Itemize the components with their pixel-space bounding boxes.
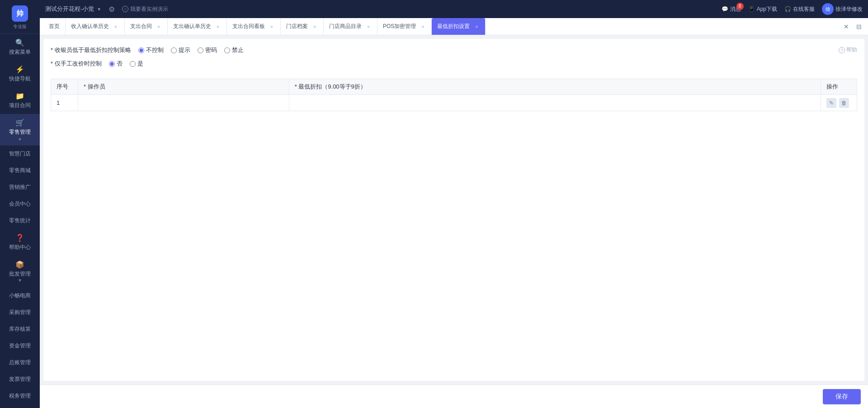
sidebar-item-label: 智慧门店 [9,150,31,158]
sidebar-item-finance[interactable]: 资金管理 [0,338,40,354]
strategy-remind-radio[interactable] [171,47,177,53]
headset-icon: 🎧 [784,6,791,12]
app-logo-icon: 帅 [12,5,28,22]
sidebar-item-wholesale[interactable]: 📦 批发管理 ▼ [0,256,40,287]
strategy-forbid-radio[interactable] [224,47,230,53]
demo-link[interactable]: ○ 我要看实例演示 [122,5,168,13]
tab-menu-button[interactable]: ⊟ [854,21,864,32]
strategy-remind-label: 提示 [179,46,190,54]
col-action-header: 操作 [821,79,857,95]
user-menu[interactable]: 徐 徐泽华修改 [822,3,863,15]
sidebar-item-retail[interactable]: 🛒 零售管理 ▲ [0,114,40,145]
save-button[interactable]: 保存 [823,389,861,404]
manual-no[interactable]: 否 [109,60,123,68]
sidebar-item-label: 会员中心 [9,200,31,208]
manual-control-row: * 仅手工改价时控制 否 是 [51,60,244,68]
sidebar-item-label: 零售商城 [9,167,31,174]
manual-yes-radio[interactable] [130,61,136,67]
demo-label: 我要看实例演示 [130,5,168,13]
tabbar: 首页 收入确认单历史 × 支出合同 × 支出确认单历史 × 支出合同看板 × 门… [40,18,868,35]
tab-close-icon[interactable]: × [420,23,426,30]
tab-close-icon[interactable]: × [311,23,318,30]
tab-label: 收入确认单历史 [71,23,109,30]
box-icon: 📦 [15,260,24,269]
strategy-forbid[interactable]: 禁止 [224,46,244,54]
manual-yes[interactable]: 是 [130,60,143,68]
strategy-no-control[interactable]: 不控制 [138,46,164,54]
tab-label: 门店商品目录 [329,23,362,30]
app-download-button[interactable]: 📱 App下载 [748,5,777,13]
project-name: 测试分开花程-小觉 [45,5,94,13]
sidebar-item-label: 营销推广 [9,183,31,191]
sidebar-item-shortcut[interactable]: ⚡ 快捷导航 [0,61,40,87]
project-selector[interactable]: 测试分开花程-小觉 ▼ [45,5,101,13]
tab-label: 最低折扣设置 [437,23,470,30]
chevron-down-icon: ▼ [18,278,22,283]
strategy-forbid-label: 禁止 [232,46,244,54]
manual-no-label: 否 [117,60,123,68]
sidebar-item-help[interactable]: ❓ 帮助中心 [0,229,40,256]
tab-label: 支出合同看板 [232,23,265,30]
help-label: 帮助 [846,46,857,54]
tab-payment-contract[interactable]: 支出合同 × [125,18,168,35]
online-service-button[interactable]: 🎧 在线客服 [784,5,815,13]
sidebar-item-ledger[interactable]: 总账管理 [0,354,40,371]
manual-yes-label: 是 [137,60,143,68]
sidebar-item-fixed-asset[interactable]: 固定资产 [0,404,40,408]
tab-payment-board[interactable]: 支出合同看板 × [227,18,281,35]
sidebar-item-search[interactable]: 🔍 搜索菜单 [0,34,40,61]
tab-close-icon[interactable]: × [215,23,221,30]
tab-pos-password[interactable]: POS加密管理 × [377,18,432,35]
sidebar-item-label: 项目合同 [9,102,31,109]
discount-table: 序号 * 操作员 * 最低折扣（9.00等于9折） 操作 [51,79,857,111]
sidebar-item-tax[interactable]: 税务管理 [0,388,40,404]
content-inner: * 收银员低于最低折扣控制策略 不控制 提示 [43,39,864,381]
tab-income-history[interactable]: 收入确认单历史 × [66,18,125,35]
sidebar-item-retail-mall[interactable]: 零售商城 [0,162,40,179]
cell-min-discount [289,95,821,111]
content-area: * 收银员低于最低折扣控制策略 不控制 提示 [40,35,868,385]
tab-close-icon[interactable]: × [473,23,480,30]
tab-close-all-button[interactable]: ✕ [841,21,852,32]
manual-no-radio[interactable] [109,61,115,67]
bottom-bar: 保存 [40,385,868,408]
cart-icon: 🛒 [15,118,24,127]
strategy-label: * 收银员低于最低折扣控制策略 [51,46,131,54]
sidebar-logo: 帅 专业版 [0,0,40,34]
sidebar-item-invoice[interactable]: 发票管理 [0,371,40,388]
tab-store-goods[interactable]: 门店商品目录 × [324,18,377,35]
tab-close-icon[interactable]: × [269,23,275,30]
strategy-no-control-radio[interactable] [138,47,144,53]
tab-store-file[interactable]: 门店档案 × [281,18,324,35]
topbar: 测试分开花程-小觉 ▼ ⚙ ○ 我要看实例演示 💬 消息 8 📱 App下载 🎧… [40,0,868,18]
sidebar-item-project[interactable]: 📁 项目合同 [0,87,40,114]
strategy-password[interactable]: 密码 [198,46,217,54]
strategy-password-radio[interactable] [198,47,203,53]
project-settings-icon[interactable]: ⚙ [108,5,115,14]
lightning-icon: ⚡ [15,65,24,74]
tab-payment-history[interactable]: 支出确认单历史 × [168,18,227,35]
tab-close-icon[interactable]: × [156,23,162,30]
sidebar-item-purchase[interactable]: 采购管理 [0,304,40,321]
strategy-remind[interactable]: 提示 [171,46,190,54]
tab-close-icon[interactable]: × [113,23,119,30]
message-button[interactable]: 💬 消息 8 [722,5,741,13]
help-button[interactable]: ? 帮助 [839,46,857,54]
message-badge: 8 [736,3,744,10]
delete-button[interactable]: 🗑 [839,98,849,108]
demo-circle-icon: ○ [122,6,128,12]
edit-button[interactable]: ✎ [826,98,836,108]
tab-close-icon[interactable]: × [365,23,372,30]
sidebar-item-inventory[interactable]: 库存核算 [0,321,40,338]
manual-control-radio-group: 否 是 [109,60,143,68]
tab-label: 门店档案 [286,23,308,30]
sidebar-item-smart-store[interactable]: 智慧门店 [0,145,40,162]
sidebar-item-retail-stat[interactable]: 零售统计 [0,212,40,229]
sidebar-item-member[interactable]: 会员中心 [0,196,40,212]
sidebar-item-label: 小畅电商 [9,292,31,300]
tab-home[interactable]: 首页 [43,18,66,35]
sidebar-item-ecommerce[interactable]: 小畅电商 [0,287,40,304]
tab-min-discount[interactable]: 最低折扣设置 × [432,18,486,35]
col-operator-header: * 操作员 [78,79,289,95]
sidebar-item-marketing[interactable]: 营销推广 [0,179,40,196]
